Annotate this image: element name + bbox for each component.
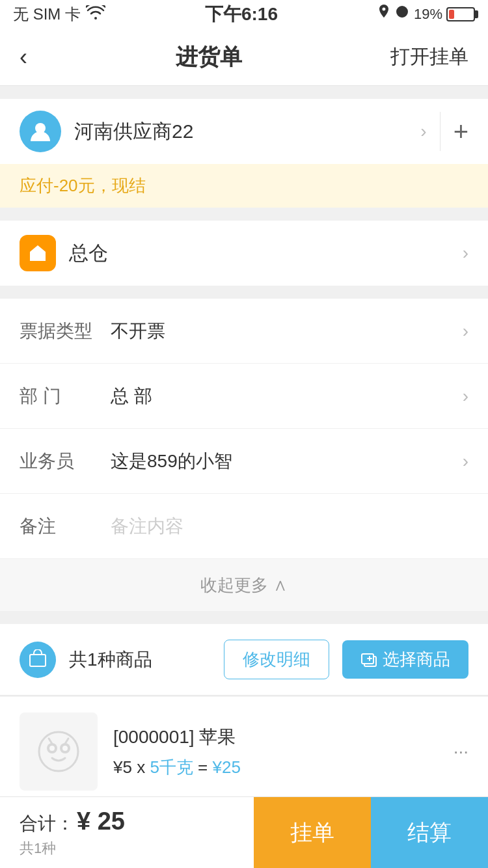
bottom-total-area: 合计： ¥ 25 共1种 [0,797,254,868]
gap2 [0,208,488,221]
ticket-value: 不开票 [111,319,463,344]
product-qty: 5千克 [150,757,193,777]
nav-bar: ‹ 进货单 打开挂单 [0,29,488,86]
divider [440,112,441,151]
product-section-header: 共1种商品 修改明细 选择商品 [0,624,488,695]
department-chevron-icon: › [463,386,468,407]
product-equals: = [198,757,212,777]
supplier-section: 河南供应商22 › + 应付-20元，现结 [0,99,488,208]
svg-rect-2 [30,655,46,666]
product-thumbnail [20,712,98,791]
product-price: ¥5 x 5千克 = ¥25 [113,756,438,779]
back-button[interactable]: ‹ [20,44,27,71]
total-sub-label: 共1种 [20,839,234,858]
status-time: 下午6:16 [205,2,278,27]
department-value: 总 部 [111,384,463,409]
select-product-button[interactable]: 选择商品 [342,640,468,679]
gap1 [0,86,488,99]
location-icon [377,5,390,24]
remark-input[interactable]: 备注内容 [111,514,468,539]
status-left: 无 SIM 卡 [13,4,105,25]
status-bar: 无 SIM 卡 下午6:16 19% [0,0,488,29]
carrier-text: 无 SIM 卡 [13,4,81,25]
salesperson-chevron-icon: › [463,451,468,472]
form-row-department[interactable]: 部 门 总 部 › [0,364,488,429]
warehouse-chevron-icon: › [463,243,468,264]
form-row-ticket[interactable]: 票据类型 不开票 › [0,299,488,364]
product-multiply: x [137,757,150,777]
salesperson-label: 业务员 [20,449,111,474]
product-total: ¥25 [213,757,241,777]
settle-button[interactable]: 结算 [371,797,488,868]
add-supplier-button[interactable]: + [454,117,468,146]
total-amount: ¥ 25 [77,807,125,835]
battery-icon [446,7,475,21]
battery-text: 19% [414,6,442,23]
svg-point-4 [39,732,78,771]
form-row-remark[interactable]: 备注 备注内容 [0,494,488,559]
product-count-label: 共1种商品 [69,647,211,672]
gap5 [0,695,488,696]
alarm-icon [394,5,410,24]
gap4 [0,611,488,624]
gap3 [0,286,488,299]
product-info: [0000001] 苹果 ¥5 x 5千克 = ¥25 [113,725,438,779]
ticket-chevron-icon: › [463,321,468,342]
product-item: [0000001] 苹果 ¥5 x 5千克 = ¥25 ··· [0,697,488,806]
collapse-button[interactable]: 收起更多 ∧ [0,559,488,611]
edit-detail-button[interactable]: 修改明细 [224,640,329,679]
select-product-label: 选择商品 [383,648,450,671]
page-title: 进货单 [176,42,242,72]
total-label: 合计： [20,811,74,836]
form-section: 票据类型 不开票 › 部 门 总 部 › 业务员 这是859的小智 › 备注 备… [0,299,488,559]
notice-bar: 应付-20元，现结 [0,164,488,208]
product-more-button[interactable]: ··· [454,741,468,762]
supplier-chevron-icon: › [420,121,426,142]
ticket-label: 票据类型 [20,319,111,344]
warehouse-name: 总仓 [69,240,463,267]
supplier-name: 河南供应商22 [74,118,420,145]
svg-point-8 [62,746,68,751]
warehouse-icon [20,235,56,271]
product-code: [0000001] 苹果 [113,725,438,750]
department-label: 部 门 [20,384,111,409]
supplier-row[interactable]: 河南供应商22 › + [0,99,488,164]
form-row-salesperson[interactable]: 业务员 这是859的小智 › [0,429,488,494]
warehouse-row[interactable]: 总仓 › [0,221,488,286]
product-section-icon [20,642,56,678]
svg-rect-1 [34,254,41,261]
svg-point-7 [49,746,55,751]
salesperson-value: 这是859的小智 [111,449,463,474]
product-unit-price: ¥5 [113,757,132,777]
status-right: 19% [377,5,475,24]
hang-button[interactable]: 挂单 [254,797,371,868]
bottom-bar: 合计： ¥ 25 共1种 挂单 结算 [0,796,488,868]
remark-label: 备注 [20,514,111,539]
open-pending-button[interactable]: 打开挂单 [390,44,468,70]
supplier-avatar [20,111,61,152]
wifi-icon [86,5,105,23]
